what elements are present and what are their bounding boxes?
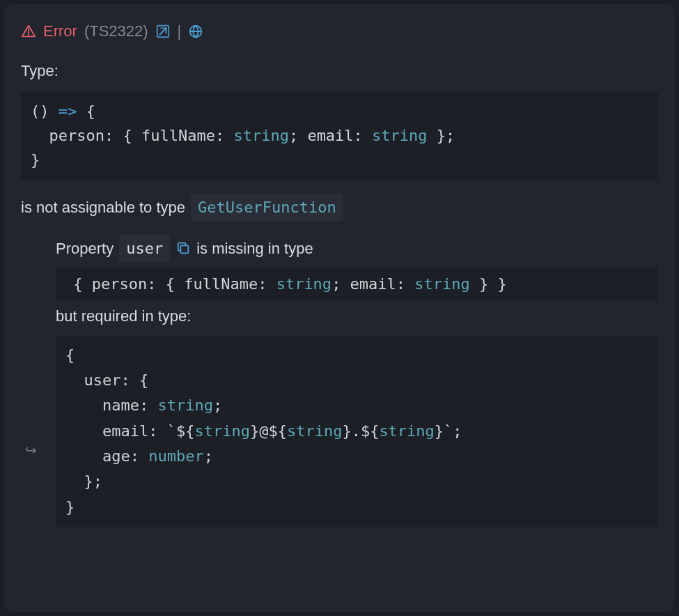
svg-point-1 — [29, 34, 29, 35]
error-detail-content: Property user is missing in type { perso… — [56, 235, 658, 527]
code-token: } — [31, 151, 40, 169]
code-token: }@${ — [250, 422, 287, 440]
code-token: => — [58, 102, 77, 120]
code-token: string — [287, 422, 342, 440]
copy-icon[interactable] — [175, 240, 191, 256]
property-label: Property — [56, 237, 114, 260]
property-name: user — [119, 235, 170, 262]
code-token: }`; — [435, 422, 462, 440]
property-missing-line: Property user is missing in type — [56, 235, 658, 262]
code-token: }; — [65, 472, 102, 490]
not-assignable-text: is not assignable to type — [21, 196, 185, 219]
code-token: { — [65, 346, 75, 364]
code-token: }.${ — [342, 422, 379, 440]
code-token: string — [194, 422, 249, 440]
code-token: string — [157, 396, 212, 414]
code-token: ; email: — [331, 275, 414, 293]
indent-arrow: ↪ — [21, 235, 46, 527]
external-link-icon[interactable] — [155, 24, 171, 39]
code-token: { — [77, 102, 95, 120]
code-token: number — [148, 447, 203, 465]
error-detail-section: ↪ Property user is missing in type { per… — [21, 235, 658, 527]
missing-text: is missing in type — [196, 237, 313, 260]
svg-rect-5 — [180, 245, 188, 253]
code-token: string — [414, 275, 469, 293]
code-token: age: — [65, 447, 148, 465]
error-header: Error (TS2322) | — [21, 20, 658, 43]
code-token: } — [65, 498, 75, 516]
missing-in-type-code: { person: { fullName: string; email: str… — [56, 268, 658, 300]
globe-icon[interactable] — [188, 24, 203, 39]
divider: | — [178, 20, 182, 43]
but-required-text: but required in type: — [56, 305, 658, 328]
code-token: person: { fullName: — [31, 127, 233, 144]
code-token: { person: { fullName: — [64, 275, 276, 293]
code-token: ; email: — [289, 127, 372, 144]
source-type-code: () => { person: { fullName: string; emai… — [21, 92, 658, 180]
code-token: } } — [470, 275, 507, 293]
code-token: () — [31, 102, 58, 120]
code-token: name: — [65, 396, 157, 414]
target-type-name: GetUserFunction — [191, 194, 343, 221]
code-token: ; — [204, 447, 213, 465]
code-token: email: `${ — [65, 422, 194, 440]
code-token: ; — [213, 396, 222, 414]
code-token: string — [276, 275, 331, 293]
code-token: }; — [428, 127, 455, 144]
warning-icon — [21, 24, 36, 39]
error-code: (TS2322) — [84, 20, 148, 43]
type-heading: Type: — [21, 59, 658, 82]
required-type-code: { user: { name: string; email: `${string… — [56, 336, 658, 527]
error-panel: Error (TS2322) | Type: () => { person: {… — [4, 4, 675, 612]
code-token: string — [372, 127, 427, 144]
code-token: string — [233, 127, 288, 144]
code-token: user: { — [65, 371, 148, 389]
code-token: string — [379, 422, 434, 440]
not-assignable-line: is not assignable to type GetUserFunctio… — [21, 194, 658, 221]
error-label: Error — [43, 20, 77, 43]
